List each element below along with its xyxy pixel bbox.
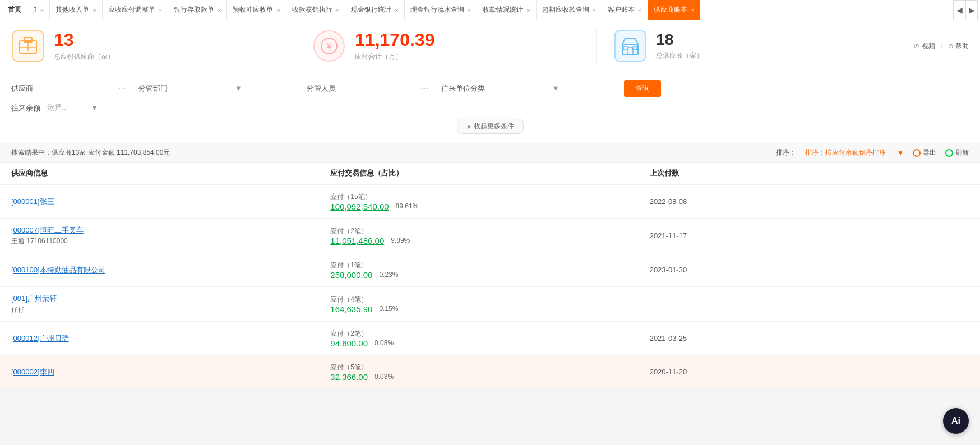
txn-info-cell: 应付（2笔） 94,600.00 0.08% (330, 329, 649, 348)
last-pay-cell: 2021-11-17 (650, 231, 969, 240)
balance-filter-label: 往来余额 (11, 103, 40, 113)
dept-dropdown-arrow-icon[interactable]: ▼ (235, 84, 293, 92)
balance-dropdown-arrow-icon[interactable]: ▼ (91, 104, 132, 112)
close-icon[interactable]: × (218, 7, 221, 13)
supplier-info-cell: [000012]广州贝瑞 (11, 333, 330, 344)
txn-label: 应付（4笔） (330, 295, 649, 304)
supplier-input[interactable] (40, 84, 118, 92)
nav-tab-receipt-verify[interactable]: 收款核销执行 × (286, 0, 345, 20)
close-icon[interactable]: × (526, 7, 530, 13)
close-icon[interactable]: × (468, 7, 471, 13)
payable-suppliers-number: 13 (54, 30, 114, 50)
help-link[interactable]: ⊙ 帮助 (948, 41, 969, 51)
close-icon[interactable]: × (691, 7, 694, 13)
txn-amount[interactable]: 32,366.00 (330, 372, 368, 382)
person-input[interactable] (343, 84, 421, 92)
stats-banner: 13 总应付供应商（家） ¥ 11,170.39 应付合计（万） (0, 20, 980, 72)
close-icon[interactable]: × (93, 7, 96, 13)
supplier-link[interactable]: [000001]张三 (11, 197, 54, 206)
last-pay-cell: 2020-11-20 (650, 368, 969, 376)
last-pay-cell: 2021-03-25 (650, 334, 969, 342)
nav-tab-prepay-ar[interactable]: 预收冲应收单 × (227, 0, 286, 20)
category-select[interactable]: ▼ (489, 83, 613, 94)
supplier-link[interactable]: [000007]恒旺二手叉车 (11, 226, 84, 234)
supplier-info-cell: [000002]李四 (11, 367, 330, 377)
export-button[interactable]: 导出 (913, 148, 936, 157)
svg-rect-7 (627, 48, 633, 54)
nav-arrow-left[interactable]: ◀ (953, 0, 965, 20)
txn-percent: 89.61% (396, 202, 419, 210)
category-dropdown-arrow-icon[interactable]: ▼ (552, 84, 611, 92)
supplier-link[interactable]: [000012]广州贝瑞 (11, 334, 69, 342)
txn-amount[interactable]: 11,051,486.00 (330, 236, 384, 245)
nav-tab-home[interactable]: 首页 (2, 0, 27, 20)
svg-rect-9 (633, 47, 637, 50)
close-icon[interactable]: × (593, 7, 596, 13)
category-filter-label: 往来单位分类 (441, 84, 485, 94)
nav-tab-ar-ap-adj[interactable]: 应收应付调整单 × (103, 0, 168, 20)
nav-tab-other-income[interactable]: 其他收入单 × (50, 0, 102, 20)
nav-tab-supplier-book[interactable]: 供应商账本 × (648, 0, 700, 20)
table-row: [000007]恒旺二手叉车 王通 17106110000 应付（2笔） 11,… (0, 219, 980, 253)
stats-right-actions: ⊙ 视频 | ⊙ 帮助 (914, 41, 969, 51)
close-icon[interactable]: × (638, 7, 641, 13)
nav-tab-cash-bank-flow[interactable]: 现金银行流水查询 × (405, 0, 477, 20)
total-suppliers-label: 总供应商（家） (656, 51, 703, 61)
txn-label: 应付（2笔） (330, 329, 649, 339)
supplier-dots-icon[interactable]: ··· (118, 84, 126, 94)
nav-tab-customer-book[interactable]: 客户账本 × (602, 0, 648, 20)
dept-select[interactable]: ▼ (172, 83, 295, 94)
supplier-input-wrapper[interactable]: ··· (38, 82, 127, 95)
last-pay-cell: 2023-01-30 (650, 266, 969, 274)
video-link[interactable]: ⊙ 视频 (914, 41, 935, 51)
refresh-icon (945, 149, 953, 157)
close-icon[interactable]: × (395, 7, 398, 13)
stat-info-payable-total: 11,170.39 应付合计（万） (355, 30, 434, 62)
person-filter-label: 分管人员 (307, 84, 336, 94)
supplier-link[interactable]: [000002]李四 (11, 368, 54, 376)
supplier-filter-label: 供应商 (11, 84, 33, 94)
svg-rect-6 (622, 44, 638, 54)
nav-arrow-right[interactable]: ▶ (965, 0, 978, 20)
collapse-chevron-icon: ∧ (466, 123, 471, 131)
supplier-info-cell: [000100]本特勤油品有限公司 (11, 265, 330, 275)
person-dots-icon[interactable]: ··· (421, 84, 428, 94)
nav-tab-receipt-stat[interactable]: 收款情况统计 × (477, 0, 536, 20)
payable-total-label: 应付合计（万） (355, 52, 434, 62)
balance-select[interactable]: 选择... ▼ (45, 101, 135, 114)
close-icon[interactable]: × (40, 7, 44, 13)
txn-amount[interactable]: 100,092,540.00 (330, 202, 389, 211)
svg-rect-8 (623, 47, 627, 50)
sort-select[interactable]: 排序：按应付余额倒序排序 (805, 148, 886, 157)
supplier-link[interactable]: [000100]本特勤油品有限公司 (11, 266, 105, 274)
nav-tab-3[interactable]: 3 × (27, 0, 50, 20)
search-button[interactable]: 查询 (624, 80, 661, 97)
store-icon (613, 29, 647, 63)
nav-arrows: ◀ ▶ (953, 0, 978, 20)
collapse-more-conditions-button[interactable]: ∧ 收起更多条件 (457, 119, 524, 134)
txn-info-cell: 应付（1笔） 258,000.00 0.23% (330, 261, 649, 280)
nav-tab-cash-bank-stat[interactable]: 现金银行统计 × (345, 0, 404, 20)
payable-suppliers-label: 总应付供应商（家） (54, 52, 114, 62)
col-supplier-info: 供应商信息 (11, 168, 330, 178)
supplier-link[interactable]: [001]广州荣轩 (11, 294, 57, 303)
refresh-button[interactable]: 刷新 (945, 148, 969, 157)
nav-tab-bank-deposit[interactable]: 银行存取款单 × (168, 0, 227, 20)
txn-amount[interactable]: 164,635.90 (330, 304, 372, 314)
filter-person: 分管人员 ··· (307, 82, 430, 95)
nav-tab-overdue-ar[interactable]: 超期应收款查询 × (537, 0, 602, 20)
txn-amount[interactable]: 94,600.00 (330, 339, 368, 348)
txn-amount[interactable]: 258,000.00 (330, 270, 372, 280)
person-input-wrapper[interactable]: ··· (340, 82, 430, 95)
close-icon[interactable]: × (276, 7, 280, 13)
txn-label: 应付（15笔） (330, 192, 649, 202)
txn-info-cell: 应付（5笔） 32,366.00 0.03% (330, 363, 649, 382)
close-icon[interactable]: × (336, 7, 339, 13)
close-icon[interactable]: × (159, 7, 162, 13)
supplier-info-cell: [001]广州荣轩 仔仔 (11, 294, 330, 314)
results-bar: 搜索结果中，供应商13家 应付金额 111,703,854.00元 排序： 排序… (0, 143, 980, 163)
supplier-sub: 仔仔 (11, 305, 330, 314)
table-row: [000100]本特勤油品有限公司 应付（1笔） 258,000.00 0.23… (0, 253, 980, 287)
stat-block-total-suppliers: 18 总供应商（家） (613, 29, 897, 63)
sort-dropdown-arrow-icon[interactable]: ▼ (897, 149, 904, 157)
